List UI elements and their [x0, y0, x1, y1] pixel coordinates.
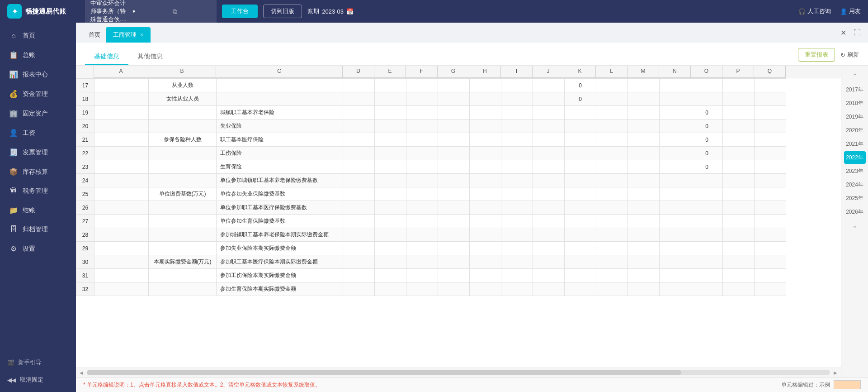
cell-20-q[interactable] [755, 120, 786, 133]
workspace-button[interactable]: 工作台 [222, 5, 258, 18]
cell-20-g[interactable] [438, 120, 470, 133]
cell-29-d[interactable] [343, 242, 375, 255]
cell-22-h[interactable] [470, 147, 501, 160]
cell-26-n[interactable] [660, 201, 691, 215]
cell-23-f[interactable] [406, 160, 438, 174]
cell-31-i[interactable] [501, 269, 533, 282]
cell-19-m[interactable] [628, 106, 660, 120]
cell-23-c[interactable]: 生育保险 [217, 160, 343, 174]
cell-28-b[interactable] [149, 228, 217, 242]
cell-20-l[interactable] [596, 120, 628, 133]
cell-28-m[interactable] [628, 228, 660, 242]
cell-29-f[interactable] [406, 242, 438, 255]
cell-19-e[interactable] [375, 106, 406, 120]
cell-30-o[interactable] [691, 255, 723, 269]
cell-19-c[interactable]: 城镇职工基本养老保险 [217, 106, 343, 120]
cell-17-a[interactable] [94, 79, 149, 92]
cell-27-n[interactable] [660, 215, 691, 228]
cell-21-i[interactable] [501, 133, 533, 147]
cell-30-h[interactable] [470, 255, 501, 269]
sidebar-item-invoice[interactable]: 🧾 发票管理 [0, 143, 76, 162]
cell-32-m[interactable] [628, 282, 660, 296]
h-scroll-thumb[interactable] [87, 370, 681, 375]
cell-30-e[interactable] [375, 255, 406, 269]
scroll-right-button[interactable]: ▶ [832, 369, 839, 376]
cell-20-n[interactable] [660, 120, 691, 133]
cell-20-k[interactable] [565, 120, 596, 133]
cell-21-d[interactable] [343, 133, 375, 147]
cell-22-k[interactable] [565, 147, 596, 160]
sidebar-item-home[interactable]: ⌂ 首页 [0, 26, 76, 45]
h-scroll-track[interactable] [87, 370, 830, 375]
cell-31-a[interactable] [94, 269, 149, 282]
cell-20-b[interactable] [149, 120, 217, 133]
cell-21-b[interactable]: 参保各险种人数 [149, 133, 217, 147]
user-btn[interactable]: 👤 用友 [840, 7, 861, 15]
cell-29-k[interactable] [565, 242, 596, 255]
cell-20-e[interactable] [375, 120, 406, 133]
unpin-btn[interactable]: ◀◀ 取消固定 [0, 371, 76, 388]
cell-18-l[interactable] [596, 92, 628, 106]
cell-27-l[interactable] [596, 215, 628, 228]
cell-22-n[interactable] [660, 147, 691, 160]
cell-19-q[interactable] [755, 106, 786, 120]
cell-22-g[interactable] [438, 147, 470, 160]
cell-22-d[interactable] [343, 147, 375, 160]
cell-21-f[interactable] [406, 133, 438, 147]
year-down-button[interactable]: ⌄ [849, 219, 861, 232]
cell-20-p[interactable] [723, 120, 755, 133]
cell-17-j[interactable] [533, 79, 565, 92]
cell-17-d[interactable] [343, 79, 375, 92]
cell-18-m[interactable] [628, 92, 660, 106]
cell-18-e[interactable] [375, 92, 406, 106]
cell-27-a[interactable] [94, 215, 149, 228]
cell-30-n[interactable] [660, 255, 691, 269]
cell-26-b[interactable] [149, 201, 217, 215]
cell-30-p[interactable] [723, 255, 755, 269]
cell-25-e[interactable] [375, 187, 406, 201]
cell-25-a[interactable] [94, 187, 149, 201]
year-up-button[interactable]: ⌃ [849, 70, 861, 82]
cell-23-g[interactable] [438, 160, 470, 174]
cell-28-i[interactable] [501, 228, 533, 242]
cell-27-o[interactable] [691, 215, 723, 228]
cell-31-n[interactable] [660, 269, 691, 282]
cell-25-m[interactable] [628, 187, 660, 201]
cell-21-q[interactable] [755, 133, 786, 147]
cell-18-k[interactable]: 0 [565, 92, 596, 106]
cell-22-e[interactable] [375, 147, 406, 160]
cell-22-c[interactable]: 工伤保险 [217, 147, 343, 160]
cell-19-n[interactable] [660, 106, 691, 120]
year-2024[interactable]: 2024年 [844, 178, 866, 191]
cell-27-p[interactable] [723, 215, 755, 228]
cell-29-m[interactable] [628, 242, 660, 255]
tab-other-info[interactable]: 其他信息 [128, 49, 172, 65]
cell-17-e[interactable] [375, 79, 406, 92]
cell-18-q[interactable] [755, 92, 786, 106]
cell-23-p[interactable] [723, 160, 755, 174]
cell-26-f[interactable] [406, 201, 438, 215]
cell-28-d[interactable] [343, 228, 375, 242]
year-2021[interactable]: 2021年 [844, 138, 866, 150]
cell-29-j[interactable] [533, 242, 565, 255]
cell-31-h[interactable] [470, 269, 501, 282]
cell-28-e[interactable] [375, 228, 406, 242]
cell-30-g[interactable] [438, 255, 470, 269]
cell-18-b[interactable]: 女性从业人员 [149, 92, 217, 106]
cell-31-j[interactable] [533, 269, 565, 282]
cell-25-k[interactable] [565, 187, 596, 201]
cell-20-i[interactable] [501, 120, 533, 133]
cell-26-g[interactable] [438, 201, 470, 215]
cell-30-m[interactable] [628, 255, 660, 269]
cell-17-g[interactable] [438, 79, 470, 92]
cell-30-j[interactable] [533, 255, 565, 269]
cell-24-j[interactable] [533, 174, 565, 187]
cell-28-n[interactable] [660, 228, 691, 242]
cell-21-m[interactable] [628, 133, 660, 147]
cell-29-g[interactable] [438, 242, 470, 255]
cell-19-i[interactable] [501, 106, 533, 120]
cell-31-m[interactable] [628, 269, 660, 282]
cell-32-h[interactable] [470, 282, 501, 296]
tab-home[interactable]: 首页 [83, 27, 106, 43]
cell-20-a[interactable] [94, 120, 149, 133]
